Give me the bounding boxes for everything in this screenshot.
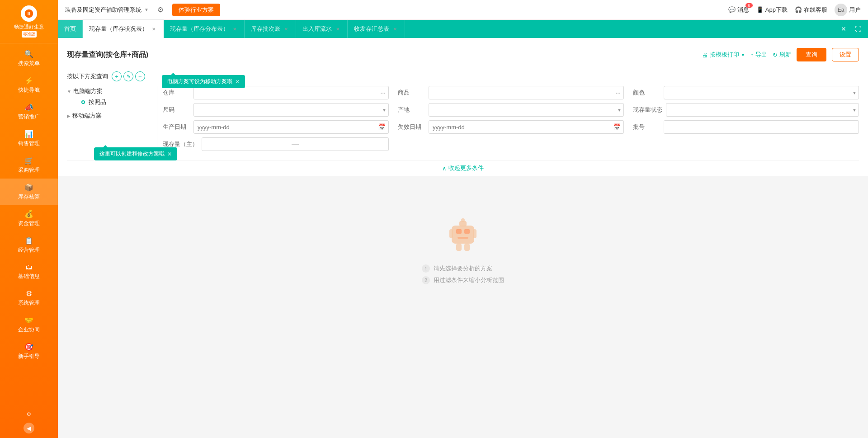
back-btn[interactable]: ← xyxy=(135,71,145,81)
current-qty-range-wrap xyxy=(202,137,389,151)
goods-input[interactable] xyxy=(429,86,613,99)
popover2-close-btn[interactable]: ✕ xyxy=(167,151,172,157)
tab-close-inventory-dist[interactable]: ✕ xyxy=(231,26,238,32)
current-qty-min-input[interactable] xyxy=(202,141,292,148)
tab-batch-account[interactable]: 库存批次账 ✕ xyxy=(245,20,296,38)
collapse-icon: ◀ xyxy=(27,425,31,432)
tab-inventory-status[interactable]: 现存量（库存状况表） ✕ xyxy=(83,20,164,38)
form-item-origin: 产地 ▼ xyxy=(398,103,624,117)
filter-action-btns: + ✎ ← xyxy=(112,71,145,81)
tab-home[interactable]: 首页 xyxy=(58,20,83,38)
tab-inventory-dist[interactable]: 现存量（库存分布表） ✕ xyxy=(164,20,245,38)
avatar: Ea xyxy=(835,4,847,16)
production-date-input[interactable] xyxy=(194,120,375,134)
goods-dots-btn[interactable]: ··· xyxy=(613,86,623,99)
page-title: 现存量查询(按仓库+商品) xyxy=(67,50,148,60)
purchase-icon: 🛒 xyxy=(24,156,33,165)
svg-rect-3 xyxy=(458,237,468,239)
sidebar-item-sales[interactable]: 📊 销售管理 xyxy=(0,125,58,152)
online-service-btn[interactable]: 🎧 在线客服 xyxy=(795,6,827,14)
batch-no-input[interactable] xyxy=(664,120,859,134)
query-btn[interactable]: 查询 xyxy=(797,48,826,61)
production-date-calendar-btn[interactable]: 📅 xyxy=(375,123,388,131)
tab-recv-summary[interactable]: 收发存汇总表 ✕ xyxy=(348,20,405,38)
print-template-btn[interactable]: 🖨 按模板打印 ▼ xyxy=(702,51,745,59)
user-menu[interactable]: Ea 用户 xyxy=(835,4,861,16)
tab-close-batch-account[interactable]: ✕ xyxy=(283,26,289,32)
header-settings-btn[interactable]: ⚙ xyxy=(154,4,167,16)
edit-scheme-btn[interactable]: ✎ xyxy=(123,71,133,81)
sidebar-item-purchase[interactable]: 🛒 采购管理 xyxy=(0,152,58,179)
app-download-btn[interactable]: 📱 App下载 xyxy=(756,6,788,14)
popover1-close-btn[interactable]: ✕ xyxy=(235,79,240,85)
sidebar-collapse-btn[interactable]: ◀ xyxy=(24,423,34,433)
sidebar-item-finance[interactable]: 💰 资金管理 xyxy=(0,205,58,232)
sidebar-item-basic-info[interactable]: 🗂 基础信息 xyxy=(0,259,58,285)
filter-form-col: 仓库 ··· 商品 ··· xyxy=(163,86,859,155)
inventory-status-select[interactable]: ▼ xyxy=(666,103,859,117)
tab-close-inventory-status[interactable]: ✕ xyxy=(151,26,157,32)
form-item-current-qty: 现存量（主） xyxy=(163,137,389,151)
expiry-date-input[interactable] xyxy=(429,120,610,134)
refresh-btn[interactable]: ↻ 刷新 xyxy=(773,51,791,59)
current-qty-max-input[interactable] xyxy=(299,141,388,148)
sidebar-item-search[interactable]: 🔍 搜索菜单 xyxy=(0,45,58,72)
scheme-desktop-group[interactable]: ▼ 电脑端方案 xyxy=(67,86,151,97)
svg-rect-1 xyxy=(456,229,462,234)
color-dropdown-icon: ▼ xyxy=(852,90,857,95)
collapse-up-icon: ∧ xyxy=(442,165,447,172)
message-btn[interactable]: 💬 消息 6 xyxy=(728,6,749,14)
goods-label: 商品 xyxy=(398,89,425,97)
popover1-text: 电脑方案可设为移动方案哦 xyxy=(167,78,232,85)
form-item-batch-no: 批号 xyxy=(633,120,859,134)
sidebar-item-system[interactable]: ⚙ 系统管理 xyxy=(0,285,58,311)
sidebar-item-label: 采购管理 xyxy=(18,166,40,174)
empty-text: 1 请先选择要分析的方案 2 用过滤条件来缩小分析范围 xyxy=(422,264,504,284)
sidebar-item-enterprise[interactable]: 🤝 企业协同 xyxy=(0,311,58,338)
scheme-mobile-group[interactable]: ▶ 移动端方案 xyxy=(67,110,151,121)
expiry-date-label: 失效日期 xyxy=(398,123,425,131)
sidebar-footer: ⚙ ◀ xyxy=(0,405,58,438)
tab-inout-flow[interactable]: 出入库流水 ✕ xyxy=(296,20,348,38)
collapse-label: 收起更多条件 xyxy=(448,164,484,172)
guide-icon: 🎯 xyxy=(24,343,33,351)
color-label: 颜色 xyxy=(633,89,660,97)
sidebar-item-operations[interactable]: 📋 经营管理 xyxy=(0,232,58,259)
filter-row-4: 现存量（主） xyxy=(163,137,859,155)
size-select[interactable]: ▼ xyxy=(193,103,389,117)
add-scheme-btn[interactable]: + xyxy=(112,71,122,81)
svg-rect-5 xyxy=(473,229,476,238)
sidebar-item-inventory[interactable]: 📦 库存核算 xyxy=(0,179,58,205)
header-right: 💬 消息 6 📱 App下载 🎧 在线客服 Ea 用户 xyxy=(728,4,861,16)
export-btn[interactable]: ↑ 导出 xyxy=(751,51,768,59)
origin-select[interactable]: ▼ xyxy=(429,103,624,117)
export-icon: ↑ xyxy=(751,52,754,58)
tab-close-all-btn[interactable]: ✕ xyxy=(837,23,850,35)
system-icon: ⚙ xyxy=(26,289,32,298)
sidebar-settings[interactable]: ⚙ xyxy=(2,410,56,419)
tab-maximize-btn[interactable]: ⛶ xyxy=(852,23,864,35)
sidebar-item-label: 库存核算 xyxy=(18,193,40,201)
popover-desktop-scheme: 电脑方案可设为移动方案哦 ✕ xyxy=(162,75,245,88)
sidebar-logo: 畅捷通好生意 标准版 xyxy=(0,0,58,43)
svg-rect-4 xyxy=(449,229,453,238)
color-select[interactable]: ▼ xyxy=(664,86,859,99)
collapse-row[interactable]: ∧ 收起更多条件 xyxy=(67,160,859,176)
sidebar-item-label: 企业协同 xyxy=(18,326,40,334)
filter-row-1: 仓库 ··· 商品 ··· xyxy=(163,86,859,103)
sidebar-item-marketing[interactable]: 📣 营销推广 xyxy=(0,99,58,125)
tab-close-recv-summary[interactable]: ✕ xyxy=(392,26,398,32)
warehouse-dots-btn[interactable]: ··· xyxy=(377,86,388,99)
tab-close-inout-flow[interactable]: ✕ xyxy=(335,26,341,32)
top-header: 装备及固定资产辅助管理系统 ▼ ⚙ 体验行业方案 💬 消息 6 📱 App下载 … xyxy=(58,0,868,20)
reset-btn[interactable]: 设置 xyxy=(832,48,859,61)
sidebar-item-guide[interactable]: 🎯 新手引导 xyxy=(0,338,58,365)
origin-dropdown-icon: ▼ xyxy=(617,108,622,113)
expiry-date-calendar-btn[interactable]: 📅 xyxy=(610,123,623,131)
scheme-item-by-product[interactable]: 按照品 xyxy=(76,97,151,108)
settings-footer-icon: ⚙ xyxy=(27,411,31,417)
goods-input-wrap: ··· xyxy=(429,86,624,99)
trial-btn[interactable]: 体验行业方案 xyxy=(172,4,220,16)
logo-text: 畅捷通好生意 xyxy=(14,24,44,30)
sidebar-item-quick-nav[interactable]: ⚡ 快捷导航 xyxy=(0,72,58,99)
